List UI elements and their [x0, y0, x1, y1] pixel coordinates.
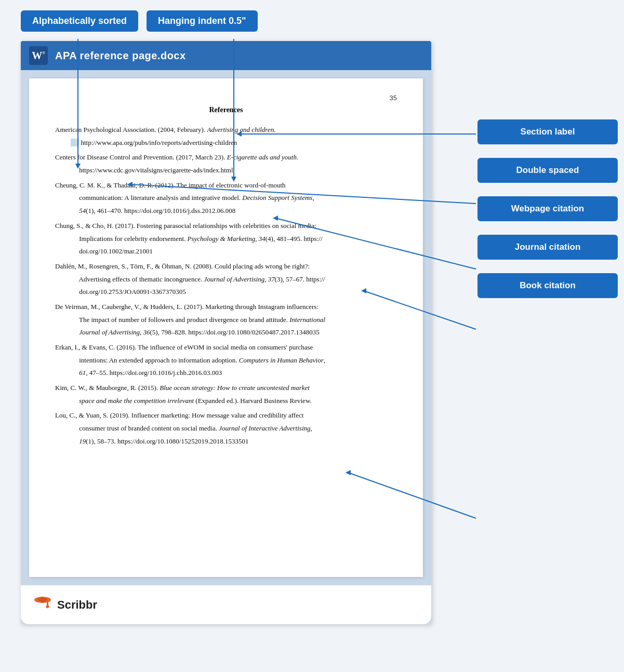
hanging-indent-badge: Hanging indent 0.5" [147, 10, 258, 32]
ref-entry-2: Centers for Disease Control and Preventi… [55, 151, 397, 177]
scribbr-name: Scribbr [57, 598, 97, 612]
scribbr-footer: Scribbr [21, 585, 431, 624]
ref-entry-8: Kim, C. W., & Mauborgne, R. (2015). Blue… [55, 382, 397, 407]
word-title: APA reference page.docx [55, 50, 186, 62]
double-spaced-btn: Double spaced [477, 158, 618, 183]
ref-entry-5: Dahlén, M., Rosengren, S., Törn, F., & Ö… [55, 260, 397, 299]
scribbr-logo-icon [33, 595, 52, 615]
right-label-panel: Section label Double spaced Webpage cita… [477, 119, 618, 304]
ref-entry-6: De Veirman, M., Cauberghe, V., & Hudders… [55, 301, 397, 339]
word-titlebar: W ≡ APA reference page.docx [21, 41, 431, 70]
section-label-btn: Section label [477, 119, 618, 144]
word-window: W ≡ APA reference page.docx 35 Reference… [21, 41, 431, 624]
ref-entry-4: Chung, S., & Cho, H. (2017). Fostering p… [55, 220, 397, 258]
book-citation-btn: Book citation [477, 273, 618, 298]
page-number: 35 [55, 94, 397, 102]
outer-container: Alphabetically sorted Hanging indent 0.5… [0, 0, 624, 672]
word-body: 35 References American Psychological Ass… [21, 70, 431, 585]
hanging-indent-highlight [71, 139, 79, 146]
journal-citation-btn: Journal citation [477, 235, 618, 260]
svg-point-3 [46, 605, 49, 608]
scribbr-hat-svg [33, 595, 52, 611]
ref-entry-7: Erkan, I., & Evans, C. (2016). The influ… [55, 341, 397, 380]
ref-entry-1: American Psychological Association. (200… [55, 124, 397, 149]
ref-entry-3: Cheung, C. M. K., & Thadani, D. R. (2012… [55, 179, 397, 218]
webpage-citation-btn: Webpage citation [477, 196, 618, 221]
document-page: 35 References American Psychological Ass… [29, 78, 423, 577]
top-badges: Alphabetically sorted Hanging indent 0.5… [21, 10, 614, 32]
alphabetically-sorted-badge: Alphabetically sorted [21, 10, 138, 32]
word-icon: W ≡ [29, 46, 48, 65]
reference-list: American Psychological Association. (200… [55, 124, 397, 448]
ref-entry-9: Lou, C., & Yuan, S. (2019). Influencer m… [55, 409, 397, 448]
references-heading: References [55, 106, 397, 114]
